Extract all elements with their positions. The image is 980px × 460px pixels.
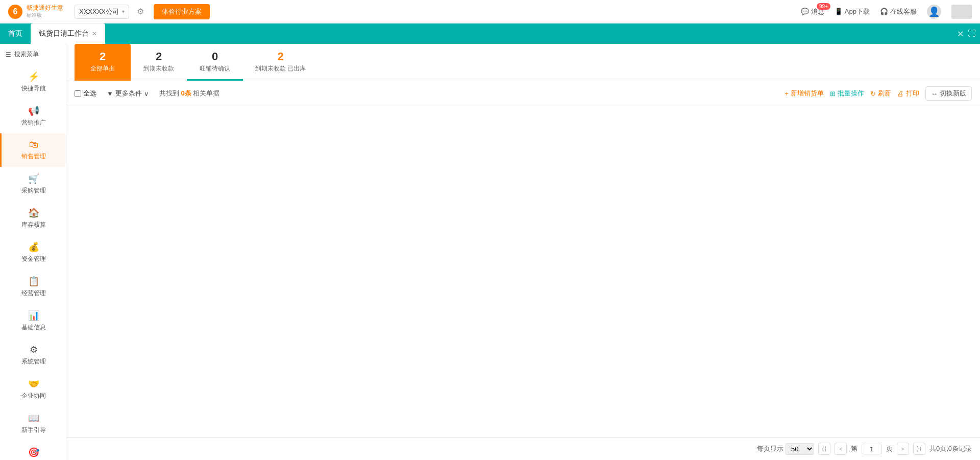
service-label: 在线客服	[890, 7, 917, 16]
filter-icon: ▼	[107, 90, 113, 98]
operations-icon: 📋	[28, 276, 39, 287]
toolbar-right: + 新增销货单 ⊞ 批量操作 ↻ 刷新 🖨 打印 ↔ 切换新版	[785, 86, 972, 101]
online-service-button[interactable]: 🎧 在线客服	[880, 7, 917, 16]
sidebar-item-operations[interactable]: 📋 经营管理	[0, 270, 66, 304]
user-menu[interactable]	[951, 5, 972, 19]
header-right: 💬 消息 99+ 📱 App下载 🎧 在线客服 👤	[801, 5, 972, 19]
sidebar-item-sales[interactable]: 🛍 销售管理	[0, 133, 66, 167]
avatar[interactable]: 👤	[927, 5, 941, 19]
sidebar-item-app-center[interactable]: 🎯 应用中心	[0, 441, 66, 460]
batch-icon: ⊞	[830, 90, 836, 98]
toolbar: 全选 ▼ 更多条件 ∨ 共找到 0条 相关单据 + 新增销货单 ⊞ 批量操作	[66, 81, 980, 106]
sidebar-item-basic-info[interactable]: 📊 基础信息	[0, 304, 66, 338]
sidebar-item-search[interactable]: ☰ 搜索菜单	[0, 44, 66, 65]
purchase-icon: 🛒	[28, 173, 39, 184]
stat-wangpu-num: 0	[212, 50, 218, 63]
stat-overdue-label: 到期未收款	[143, 64, 174, 73]
batch-operation-button[interactable]: ⊞ 批量操作	[830, 89, 864, 98]
add-label: 新增销货单	[791, 89, 824, 98]
sidebar-item-cooperation[interactable]: 🤝 企业协同	[0, 372, 66, 406]
basic-info-icon: 📊	[28, 310, 39, 321]
add-icon: +	[785, 90, 789, 98]
per-page-label: 每页显示	[757, 444, 783, 453]
switch-icon: ↔	[931, 90, 938, 98]
trial-button[interactable]: 体验行业方案	[154, 4, 210, 19]
prev-page-button[interactable]: ＜	[835, 443, 847, 455]
stat-tab-wangpu[interactable]: 0 旺铺待确认	[187, 44, 243, 81]
guide-icon: 📖	[28, 413, 39, 424]
stat-overdue-shipped-label: 到期未收款 已出库	[255, 64, 306, 73]
logo-area: 6 畅捷通好生意 标准版	[8, 4, 75, 19]
last-page-button[interactable]: ⟩⟩	[913, 443, 925, 455]
sidebar-item-purchase[interactable]: 🛒 采购管理	[0, 167, 66, 201]
pagination: 每页显示 50 100 200 ⟨⟨ ＜ 第 页 ＞ ⟩⟩ 共0页,0条记录	[66, 437, 980, 460]
company-selector[interactable]: XXXXXX公司 ▾	[75, 5, 129, 19]
stat-tab-all[interactable]: 2 全部单据	[75, 44, 131, 81]
add-sale-order-button[interactable]: + 新增销货单	[785, 89, 824, 98]
sidebar-item-quick-nav[interactable]: ⚡ 快捷导航	[0, 65, 66, 99]
quick-nav-icon: ⚡	[28, 71, 39, 82]
close-tab-icon[interactable]: ✕	[92, 30, 97, 37]
page-prefix-label: 第	[851, 444, 857, 453]
company-name: XXXXXX公司	[79, 7, 119, 16]
app-download-button[interactable]: 📱 App下载	[835, 7, 870, 16]
logo-text: 畅捷通好生意	[27, 4, 63, 12]
filter-button[interactable]: ▼ 更多条件 ∨	[103, 87, 153, 100]
search-icon: ☰	[6, 51, 11, 58]
sidebar-system-label: 系统管理	[21, 357, 46, 366]
stat-tab-overdue-shipped[interactable]: 2 到期未收款 已出库	[243, 44, 318, 81]
first-page-button[interactable]: ⟨⟨	[818, 443, 830, 455]
sidebar-item-finance[interactable]: 💰 资金管理	[0, 235, 66, 270]
tab-work-bench[interactable]: 钱货日清工作台 ✕	[31, 23, 105, 44]
sidebar-basic-info-label: 基础信息	[21, 323, 46, 332]
sidebar-item-marketing[interactable]: 📢 营销推广	[0, 99, 66, 133]
home-tab-label: 首页	[8, 29, 22, 38]
nav-tabs-right: ✕ ⛶	[957, 29, 980, 39]
per-page-select[interactable]: 50 100 200	[786, 443, 814, 455]
cooperation-icon: 🤝	[28, 378, 39, 390]
stat-tab-overdue[interactable]: 2 到期未收款	[131, 44, 187, 81]
tab-home[interactable]: 首页	[0, 23, 31, 44]
sidebar-search-label: 搜索菜单	[14, 50, 39, 59]
logo-sub: 标准版	[27, 12, 63, 19]
stat-overdue-num: 2	[156, 50, 162, 63]
current-page-input[interactable]	[862, 444, 882, 454]
found-suffix: 相关单据	[193, 89, 219, 97]
main-layout: ☰ 搜索菜单 ⚡ 快捷导航 📢 营销推广 🛍 销售管理 🛒 采购管理 🏠 库存核…	[0, 44, 980, 460]
page-size-selector: 每页显示 50 100 200	[757, 443, 814, 455]
print-button[interactable]: 🖨 打印	[897, 89, 919, 98]
main-content: 2 全部单据 2 到期未收款 0 旺铺待确认 2 到期未收款 已出库 全选	[66, 44, 980, 460]
sidebar-inventory-label: 库存核算	[21, 221, 46, 229]
sidebar-marketing-label: 营销推广	[21, 118, 46, 127]
sidebar-item-inventory[interactable]: 🏠 库存核算	[0, 201, 66, 235]
stat-all-num: 2	[100, 50, 106, 63]
sidebar-quick-nav-label: 快捷导航	[21, 84, 46, 93]
sales-icon: 🛍	[29, 139, 38, 150]
gear-icon[interactable]: ⚙	[133, 5, 148, 19]
nav-tabs: 首页 钱货日清工作台 ✕ ✕ ⛶	[0, 23, 980, 44]
workbench-tab-label: 钱货日清工作台	[39, 29, 89, 38]
switch-label: 切换新版	[940, 89, 966, 98]
sidebar-item-system[interactable]: ⚙ 系统管理	[0, 338, 66, 372]
message-button[interactable]: 💬 消息 99+	[801, 7, 824, 16]
select-all-input[interactable]	[75, 90, 81, 97]
expand-icon[interactable]: ⛶	[968, 29, 976, 38]
print-icon: 🖨	[897, 90, 904, 98]
message-icon: 💬	[801, 8, 809, 15]
next-page-button[interactable]: ＞	[897, 443, 909, 455]
refresh-label: 刷新	[878, 89, 891, 98]
found-count: 0条	[181, 89, 191, 97]
refresh-button[interactable]: ↻ 刷新	[870, 89, 891, 98]
switch-version-button[interactable]: ↔ 切换新版	[925, 86, 972, 101]
avatar-icon: 👤	[928, 6, 940, 17]
minimize-icon[interactable]: ✕	[957, 29, 964, 39]
select-all-checkbox[interactable]: 全选	[75, 89, 96, 98]
found-prefix: 共找到	[159, 89, 179, 97]
chevron-down-icon: ▾	[122, 9, 125, 14]
filter-chevron-icon: ∨	[144, 90, 149, 98]
sidebar-finance-label: 资金管理	[21, 255, 46, 263]
message-badge: 99+	[817, 3, 830, 10]
page-suffix-label: 页	[886, 444, 893, 453]
sidebar-item-guide[interactable]: 📖 新手引导	[0, 406, 66, 441]
marketing-icon: 📢	[28, 105, 39, 116]
